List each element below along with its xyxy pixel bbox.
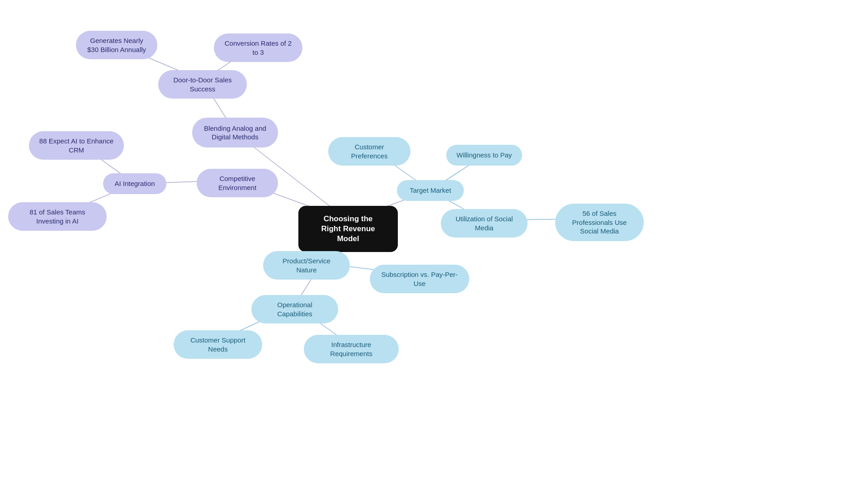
- node-sales_professionals[interactable]: 56 of Sales Professionals Use Social Med…: [555, 204, 644, 241]
- mindmap-container: Choosing the Right Revenue ModelBlending…: [0, 0, 868, 490]
- node-target_market[interactable]: Target Market: [397, 180, 464, 201]
- node-generates[interactable]: Generates Nearly $30 Billion Annually: [76, 31, 157, 59]
- node-willingness[interactable]: Willingness to Pay: [446, 145, 522, 166]
- node-sales_teams[interactable]: 81 of Sales Teams Investing in AI: [8, 202, 107, 231]
- node-competitive[interactable]: Competitive Environment: [197, 169, 278, 197]
- node-customer_support[interactable]: Customer Support Needs: [174, 330, 262, 359]
- node-expect_ai[interactable]: 88 Expect AI to Enhance CRM: [29, 131, 124, 160]
- node-conversion[interactable]: Conversion Rates of 2 to 3: [214, 33, 302, 62]
- node-operational[interactable]: Operational Capabilities: [251, 295, 338, 323]
- node-blending[interactable]: Blending Analog and Digital Methods: [192, 118, 278, 147]
- node-utilization[interactable]: Utilization of Social Media: [441, 209, 528, 238]
- node-center[interactable]: Choosing the Right Revenue Model: [298, 206, 398, 252]
- node-ai_integration[interactable]: AI Integration: [103, 173, 166, 194]
- node-infrastructure[interactable]: Infrastructure Requirements: [304, 335, 399, 363]
- node-subscription[interactable]: Subscription vs. Pay-Per-Use: [370, 265, 469, 293]
- node-customer_pref[interactable]: Customer Preferences: [328, 137, 410, 166]
- node-door_to_door[interactable]: Door-to-Door Sales Success: [158, 70, 247, 99]
- connections-svg: [0, 0, 868, 490]
- node-product_service[interactable]: Product/Service Nature: [263, 251, 350, 280]
